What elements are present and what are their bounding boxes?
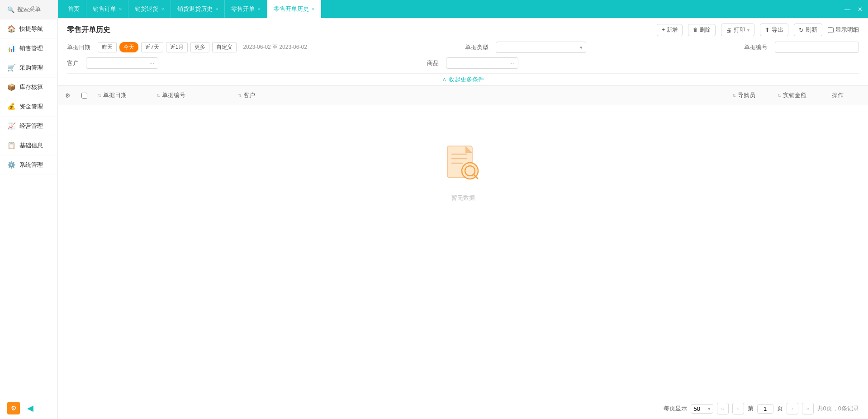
toolbar: + 新增 🗑 删除 🖨 打印 ▾ ⬆ 导出 ↻ 刷新 [657,24,859,36]
th-amount-sort-icon[interactable]: ⇅ [778,93,781,98]
window-close-button[interactable]: ✕ [856,6,864,13]
per-page-select[interactable]: 20 50 100 200 [691,404,713,414]
per-page-label: 每页显示 [664,405,687,413]
search-icon: 🔍 [7,6,14,13]
sidebar-nav: 🏠 快捷导航📊 销售管理🛒 采购管理📦 库存核算💰 资金管理📈 经营管理📋 基础… [0,19,57,175]
next-page-button[interactable]: › [787,403,798,414]
empty-text: 暂无数据 [451,194,475,202]
refresh-icon: ↻ [799,27,804,33]
date-yesterday[interactable]: 昨天 [98,42,117,52]
sidebar-item-inventory[interactable]: 📦 库存核算 [0,78,57,97]
filter-row-1: 单据日期 昨天 今天 近7天 近1月 更多 自定义 2023-06-02 至 2… [67,42,859,53]
display-detail-checkbox[interactable] [828,27,834,33]
sidebar-label-sales-mgmt: 销售管理 [19,44,43,52]
customer-input[interactable]: ··· [86,57,158,69]
tab-label-sales-order: 销售订单 [93,5,116,13]
sidebar-item-purchase-mgmt[interactable]: 🛒 采购管理 [0,58,57,78]
th-customer-sort-icon[interactable]: ⇅ [238,93,242,98]
tab-close-sales-return-history[interactable]: × [215,6,218,12]
tab-close-sales-return[interactable]: × [161,6,164,12]
export-icon: ⬆ [765,27,770,33]
date-custom[interactable]: 自定义 [212,42,237,52]
date-1month[interactable]: 近1月 [166,42,188,52]
sidebar-item-operations[interactable]: 📈 经营管理 [0,117,57,136]
th-date-sort-icon[interactable]: ⇅ [98,93,101,98]
page-input[interactable] [757,404,773,414]
sidebar-gear-button[interactable]: ⚙ [7,402,20,414]
orderno-input[interactable] [775,42,859,53]
window-minimize-button[interactable]: — [843,6,852,13]
tab-bar: 首页销售订单×销货退货×销货退货历史×零售开单×零售开单历史× — ✕ [58,0,868,18]
display-detail-checkbox-label[interactable]: 显示明细 [828,26,859,34]
last-page-button[interactable]: » [802,403,814,414]
tab-label-retail-history: 零售开单历史 [274,5,309,13]
date-more[interactable]: 更多 [190,42,209,52]
tab-retail-history[interactable]: 零售开单历史× [267,0,321,18]
sidebar-label-inventory: 库存核算 [19,83,43,91]
tab-sales-return[interactable]: 销货退货× [128,0,171,18]
tab-sales-return-history[interactable]: 销货退货历史× [171,0,225,18]
th-guide-sort-icon[interactable]: ⇅ [732,93,736,98]
tab-label-home: 首页 [68,5,80,13]
th-settings[interactable]: ⚙ [62,89,78,102]
delete-button[interactable]: 🗑 删除 [688,24,716,36]
tab-home[interactable]: 首页 [62,0,86,18]
table-header: ⚙ ⇅ 单据日期 ⇅ 单据编号 ⇅ 客户 ⇅ [58,86,868,105]
tab-close-retail-open[interactable]: × [257,6,260,12]
date-range-display: 2023-06-02 至 2023-06-02 [243,43,307,51]
sidebar-item-sys-mgmt[interactable]: ⚙️ 系统管理 [0,155,57,175]
sidebar-bottom: ⚙ ◀ [0,397,57,419]
type-select-wrapper [496,42,586,53]
tab-list: 首页销售订单×销货退货×销货退货历史×零售开单×零售开单历史× [62,0,321,18]
sidebar-collapse-button[interactable]: ◀ [27,403,33,413]
date-today[interactable]: 今天 [119,42,138,52]
sidebar-icon-purchase-mgmt: 🛒 [7,64,16,72]
date-filter-label: 单据日期 [67,43,90,52]
type-select[interactable] [496,42,586,53]
th-guide: ⇅ 导购员 [729,89,774,102]
first-page-button[interactable]: « [717,403,729,414]
product-input[interactable]: ··· [446,57,518,69]
date-7days[interactable]: 近7天 [141,42,163,52]
print-icon: 🖨 [726,27,732,33]
sidebar-label-sys-mgmt: 系统管理 [19,161,43,169]
tab-label-retail-open: 零售开单 [231,5,255,13]
tab-sales-order[interactable]: 销售订单× [86,0,128,18]
orderno-filter-label: 单据编号 [744,43,768,52]
tab-close-retail-history[interactable]: × [312,6,314,12]
export-button[interactable]: ⬆ 导出 [760,24,788,36]
sidebar: 🔍 搜索采单 🏠 快捷导航📊 销售管理🛒 采购管理📦 库存核算💰 资金管理📈 经… [0,0,58,419]
add-button[interactable]: + 新增 [657,24,682,36]
th-orderno-sort-icon[interactable]: ⇅ [157,93,160,98]
per-page-select-wrapper: 20 50 100 200 [691,404,713,414]
tab-close-sales-order[interactable]: × [119,6,122,12]
product-ellipsis-icon: ··· [509,60,514,66]
filter-area: 单据日期 昨天 今天 近7天 近1月 更多 自定义 2023-06-02 至 2… [67,42,859,85]
collapse-row[interactable]: ∧ 收起更多条件 [67,73,859,85]
tab-bar-controls: — ✕ [843,6,864,13]
sidebar-icon-basic-info: 📋 [7,141,16,150]
empty-state: 暂无数据 [58,105,868,238]
th-action: 操作 [828,89,864,102]
print-dropdown-icon: ▾ [747,28,749,33]
sidebar-item-finance[interactable]: 💰 资金管理 [0,97,57,117]
sidebar-item-sales-mgmt[interactable]: 📊 销售管理 [0,39,57,58]
sidebar-icon-quick-nav: 🏠 [7,25,16,33]
th-checkbox[interactable] [78,90,94,101]
sidebar-icon-sales-mgmt: 📊 [7,44,16,52]
sidebar-search[interactable]: 🔍 搜索采单 [0,0,57,19]
sidebar-label-finance: 资金管理 [19,103,43,111]
select-all-checkbox[interactable] [81,93,87,99]
page-header: 零售开单历史 + 新增 🗑 删除 🖨 打印 ▾ ⬆ 导出 ↻ [58,18,868,86]
sidebar-icon-sys-mgmt: ⚙️ [7,161,16,169]
refresh-button[interactable]: ↻ 刷新 [794,24,822,36]
tab-retail-open[interactable]: 零售开单× [225,0,267,18]
sidebar-item-quick-nav[interactable]: 🏠 快捷导航 [0,19,57,39]
sidebar-icon-inventory: 📦 [7,83,16,91]
sidebar-label-operations: 经营管理 [19,122,43,130]
print-button[interactable]: 🖨 打印 ▾ [721,24,754,36]
sidebar-item-basic-info[interactable]: 📋 基础信息 [0,136,57,155]
prev-page-button[interactable]: ‹ [732,403,744,414]
customer-filter-label: 客户 [67,59,79,67]
sidebar-label-purchase-mgmt: 采购管理 [19,64,43,72]
